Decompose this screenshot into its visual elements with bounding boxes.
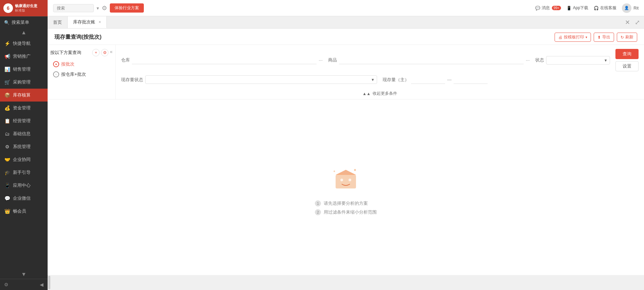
- sidebar-item-wechat[interactable]: 💬 企业微信: [0, 192, 48, 205]
- sidebar-item-quick-nav[interactable]: ⚡ 快捷导航: [0, 37, 48, 50]
- scheme-add-icon[interactable]: +: [92, 49, 100, 56]
- page-expand-icon[interactable]: ⤢: [635, 19, 640, 26]
- beginner-icon: 🎓: [4, 170, 10, 175]
- scheme-collapse-btn[interactable]: «: [110, 49, 113, 56]
- sidebar-item-collaboration[interactable]: 🤝 企业协同: [0, 153, 48, 166]
- filter-fields: 仓库 ··· 商品 ··· 状态 ▾: [116, 45, 644, 99]
- home-tab-label: 首页: [53, 19, 62, 25]
- stock-status-select[interactable]: ▾: [145, 75, 377, 84]
- collapse-label: 收起更多条件: [373, 91, 397, 96]
- sidebar-item-finance[interactable]: 💰 资金管理: [0, 102, 48, 114]
- app-title-block: 畅康通好生意 标准版: [15, 3, 37, 13]
- stock-qty-dash: —: [447, 77, 452, 82]
- sidebar-scroll-up[interactable]: ▲: [0, 28, 48, 37]
- inventory-label: 库存核算: [13, 92, 31, 98]
- sidebar: 6 畅康通好生意 标准版 🔍 搜索菜单 ▲ ⚡ 快捷导航 📢 营销推广 📊 销售…: [0, 0, 48, 290]
- sidebar-item-purchase[interactable]: 🛒 采购管理: [0, 76, 48, 89]
- status-select[interactable]: ▾: [546, 56, 610, 65]
- tip-text-1: 请先选择要分析的方案: [324, 200, 368, 206]
- sidebar-scroll-down[interactable]: ▼: [0, 270, 48, 279]
- search-icon: 🔍: [4, 20, 10, 25]
- scheme-item-warehouse-batch[interactable]: ○ 按仓库+批次: [50, 69, 113, 79]
- sidebar-item-app-center[interactable]: 📱 应用中心: [0, 179, 48, 192]
- tab-close-btn[interactable]: ×: [99, 20, 101, 24]
- sidebar-search-btn[interactable]: 🔍 搜索菜单: [0, 16, 48, 28]
- tab-home[interactable]: 首页: [48, 16, 68, 28]
- topbar-dropdown-icon[interactable]: ▾: [97, 5, 99, 11]
- svg-point-3: [349, 179, 351, 181]
- sales-icon: 📊: [4, 67, 10, 72]
- marketing-icon: 📢: [4, 54, 10, 59]
- sidebar-nav: ⚡ 快捷导航 📢 营销推广 📊 销售管理 🛒 采购管理 📦 库存核算 💰 资金管…: [0, 37, 48, 270]
- page-header: 现存量查询(按批次) 🖨 按模板打印 ▾ ⬆ 导出 ↻ 刷新: [48, 29, 644, 45]
- scrollbar-thumb[interactable]: [48, 276, 50, 289]
- user-name: Rit: [633, 6, 639, 11]
- collapse-more-btn[interactable]: ▲▲ 收起更多条件: [121, 88, 639, 99]
- app-version: 标准版: [15, 8, 37, 13]
- sidebar-item-marketing[interactable]: 📢 营销推广: [0, 50, 48, 63]
- headset-icon: 🎧: [594, 6, 599, 11]
- system-label: 系统管理: [13, 144, 31, 150]
- stock-qty-filter: 现存量（主） —: [383, 76, 639, 84]
- sidebar-header: 6 畅康通好生意 标准版: [0, 0, 48, 16]
- tab-bar: 首页 库存批次账 × ✕ ⤢: [48, 16, 644, 29]
- stock-qty-label: 现存量（主）: [383, 77, 409, 83]
- app-download-action[interactable]: 📱 App下载: [566, 5, 588, 11]
- app-center-icon: 📱: [4, 183, 10, 188]
- refresh-btn[interactable]: ↻ 刷新: [617, 33, 637, 42]
- scheme-item-batch[interactable]: ● 按批次: [50, 59, 113, 69]
- sales-label: 销售管理: [13, 66, 31, 72]
- scheme-panel-icons: + ⚙ «: [92, 49, 113, 56]
- member-icon: 👑: [4, 209, 10, 214]
- product-filter: 商品 ···: [328, 56, 530, 64]
- purchase-icon: 🛒: [4, 79, 10, 85]
- export-btn[interactable]: ⬆ 导出: [594, 33, 614, 42]
- topbar-search-input[interactable]: [53, 4, 94, 12]
- print-icon: 🖨: [558, 35, 562, 40]
- sidebar-item-member[interactable]: 👑 畅会员: [0, 205, 48, 218]
- tab-inventory-batch[interactable]: 库存批次账 ×: [68, 16, 107, 28]
- page-close-btn[interactable]: ✕: [623, 18, 632, 27]
- empty-tip-2: 2 用过滤条件来缩小分析范围: [315, 209, 377, 215]
- filter-row-1: 仓库 ··· 商品 ··· 状态 ▾: [121, 49, 639, 71]
- topbar-right: 💬 消息 99+ 📱 App下载 🎧 在线客服 👤 Rit: [535, 3, 639, 13]
- print-btn[interactable]: 🖨 按模板打印 ▾: [555, 33, 591, 42]
- stock-qty-max-input[interactable]: [454, 76, 488, 84]
- query-btn[interactable]: 查询: [615, 49, 639, 59]
- sidebar-item-operations[interactable]: 📋 经营管理: [0, 114, 48, 127]
- svg-text:✦: ✦: [353, 168, 357, 173]
- inventory-icon: 📦: [4, 92, 10, 98]
- product-dots-btn[interactable]: ···: [526, 57, 530, 63]
- warehouse-input[interactable]: [132, 56, 317, 64]
- online-service-action[interactable]: 🎧 在线客服: [594, 5, 616, 11]
- stock-status-filter: 现存量状态 ▾: [121, 75, 377, 84]
- sidebar-item-base-info[interactable]: 🗂 基础信息: [0, 127, 48, 140]
- settings-btn[interactable]: 设置: [615, 61, 639, 71]
- settings-footer-icon[interactable]: ⚙: [4, 282, 9, 287]
- beginner-label: 新手引导: [13, 169, 31, 176]
- experience-btn[interactable]: 体验行业方案: [110, 3, 144, 13]
- collaboration-icon: 🤝: [4, 157, 10, 162]
- sidebar-item-beginner[interactable]: 🎓 新手引导: [0, 166, 48, 179]
- product-input[interactable]: [339, 56, 524, 64]
- finance-icon: 💰: [4, 105, 10, 111]
- messages-action[interactable]: 💬 消息 99+: [535, 5, 561, 11]
- company-name: 畅康通好生意: [15, 3, 37, 8]
- stock-status-arrow: ▾: [372, 77, 374, 82]
- stock-qty-min-input[interactable]: [411, 76, 445, 84]
- wechat-icon: 💬: [4, 196, 10, 201]
- sidebar-item-system[interactable]: ⚙ 系统管理: [0, 140, 48, 153]
- export-icon: ⬆: [597, 35, 601, 40]
- user-profile[interactable]: 👤 Rit: [622, 3, 639, 13]
- operations-icon: 📋: [4, 118, 10, 124]
- sidebar-item-inventory[interactable]: 📦 库存核算: [0, 89, 48, 102]
- batch-tab-label: 库存批次账: [73, 19, 95, 25]
- scheme-settings-icon[interactable]: ⚙: [101, 49, 108, 56]
- svg-rect-0: [336, 175, 356, 188]
- topbar-settings-icon[interactable]: ⚙: [102, 4, 107, 12]
- collapse-sidebar-icon[interactable]: ◀: [40, 282, 44, 287]
- online-service-label: 在线客服: [600, 5, 616, 11]
- sidebar-item-sales[interactable]: 📊 销售管理: [0, 63, 48, 76]
- warehouse-dots-btn[interactable]: ···: [319, 57, 323, 63]
- base-info-icon: 🗂: [4, 131, 10, 137]
